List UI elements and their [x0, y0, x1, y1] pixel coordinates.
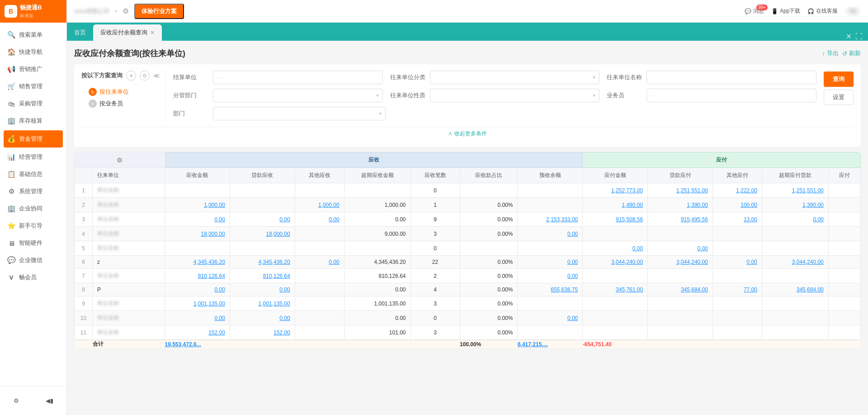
filter-query-col: 查询 设置	[824, 71, 854, 125]
table-cell[interactable]: 0.00	[295, 256, 344, 269]
sidebar-item-ops[interactable]: 📊经营管理	[0, 148, 66, 166]
service-button[interactable]: 🎧 在线客服	[807, 7, 838, 15]
table-cell[interactable]: 0.00	[230, 212, 295, 227]
message-button[interactable]: 💬 消息 99+	[745, 7, 764, 15]
table-cell[interactable]: 0.00	[518, 311, 583, 325]
filter-unitname-input[interactable]	[646, 71, 816, 84]
app-download-button[interactable]: 📱 App下载	[771, 7, 800, 15]
table-cell[interactable]: 0.00	[518, 269, 583, 283]
sidebar-collapse-button[interactable]: ◀▮	[38, 394, 61, 408]
sidebar-item-vip[interactable]: V畅会员	[0, 269, 66, 286]
table-cell[interactable]: 3,044,240.00	[583, 256, 648, 269]
table-cell[interactable]: 152.00	[165, 325, 230, 340]
table-cell[interactable]: 345,684.00	[762, 283, 828, 296]
sidebar-item-quick-nav[interactable]: 🏠快捷导航	[0, 43, 66, 61]
table-cell[interactable]: 18,000.00	[165, 227, 230, 241]
filter-fenguan-input[interactable]: ▾	[213, 89, 383, 102]
sidebar-item-sales[interactable]: 🛒销售管理	[0, 78, 66, 95]
table-cell[interactable]: 3,044,240.00	[648, 256, 713, 269]
table-cell[interactable]: 0.00	[518, 256, 583, 269]
table-cell[interactable]: 13.00	[712, 212, 762, 227]
table-cell[interactable]: 1,251,551.00	[762, 183, 828, 198]
footer-ar-amount[interactable]: 19,553,472.6...	[165, 340, 230, 348]
tab-maximize-icon[interactable]: ⛶	[855, 33, 863, 41]
sidebar-item-wechat[interactable]: 💬企业微信	[0, 252, 66, 269]
sidebar-item-inventory[interactable]: 🏢库存核算	[0, 112, 66, 129]
table-cell[interactable]: 0.00	[165, 212, 230, 227]
filter-dept-input[interactable]: ▾	[213, 107, 386, 120]
table-cell[interactable]: 0.00	[583, 241, 648, 256]
table-cell[interactable]: 1,222.00	[712, 183, 762, 198]
table-cell[interactable]: 655,636.75	[518, 283, 583, 296]
table-cell[interactable]: 2,153,333.00	[518, 212, 583, 227]
sidebar-item-base[interactable]: 📋基础信息	[0, 166, 66, 183]
table-cell[interactable]: 0.00	[762, 212, 828, 227]
filter-salesman-input[interactable]: ···	[646, 89, 816, 102]
table-cell[interactable]: 810,126.64	[165, 269, 230, 283]
table-cell[interactable]: 1,390.00	[762, 198, 828, 212]
filter-add-button[interactable]: +	[126, 71, 136, 81]
table-settings-icon[interactable]: ⚙	[117, 157, 123, 164]
filter-jiesuan-input[interactable]: ···	[213, 71, 383, 84]
table-cell[interactable]: 18,000.00	[230, 227, 295, 241]
table-cell[interactable]: 0.00	[295, 212, 344, 227]
scheme-item-unit[interactable]: ↻ 按往来单位	[85, 86, 160, 98]
table-cell[interactable]: 77.00	[712, 283, 762, 296]
sidebar-item-corp[interactable]: 🏢企业协同	[0, 200, 66, 217]
table-cell[interactable]: 0.00	[518, 227, 583, 241]
table-cell[interactable]: 345,761.00	[583, 283, 648, 296]
tab-close-icon[interactable]: ✕	[150, 29, 155, 36]
filter-fenlei-input[interactable]: ▾	[430, 71, 600, 84]
table-cell[interactable]: 1,001,135.00	[165, 296, 230, 311]
table-cell[interactable]: 3,044,240.00	[762, 256, 828, 269]
table-cell[interactable]: 0.00	[165, 283, 230, 296]
table-cell[interactable]: 1,000.00	[165, 198, 230, 212]
refresh-button[interactable]: ↺ 刷新	[842, 49, 861, 57]
tab-close-window-icon[interactable]: ✕	[846, 32, 852, 41]
table-cell[interactable]: 810,126.64	[230, 269, 295, 283]
table-cell[interactable]: 915,495.56	[648, 212, 713, 227]
user-info[interactable]: Rit	[845, 7, 861, 16]
table-cell[interactable]: 0.00	[712, 256, 762, 269]
table-cell[interactable]: 0.00	[230, 311, 295, 325]
sidebar-item-system[interactable]: ⚙系统管理	[0, 183, 66, 200]
table-cell[interactable]: 1,001,135.00	[230, 296, 295, 311]
table-cell[interactable]: 4,345,436.20	[165, 256, 230, 269]
table-cell	[828, 296, 860, 311]
tab-ar-query[interactable]: 应收应付余额查询 ✕	[93, 24, 162, 41]
promo-button[interactable]: 体验行业方案	[134, 4, 184, 19]
scheme-item-staff[interactable]: ↻ 按业务员	[85, 98, 160, 110]
table-cell[interactable]: 4,345,436.20	[230, 256, 295, 269]
table-cell[interactable]: 100.00	[712, 198, 762, 212]
footer-ar-prepay[interactable]: 6,417,215....	[518, 340, 583, 348]
table-cell[interactable]: 0.00	[165, 311, 230, 325]
filter-unitnature-input[interactable]: ▾	[430, 89, 600, 102]
table-cell: 0.00%	[460, 198, 518, 212]
table-cell[interactable]: 0.00	[230, 283, 295, 296]
table-cell[interactable]: 152.00	[230, 325, 295, 340]
sidebar-item-search[interactable]: 🔍搜索菜单	[0, 26, 66, 43]
tab-home[interactable]: 首页	[67, 24, 93, 41]
sidebar-item-finance[interactable]: 💰资金管理	[4, 130, 63, 148]
table-cell[interactable]: 1,252,773.00	[583, 183, 648, 198]
table-cell[interactable]: 915,508.56	[583, 212, 648, 227]
table-cell[interactable]: 0.00	[648, 241, 713, 256]
sidebar-item-guide[interactable]: ⭐新手引导	[0, 217, 66, 234]
sidebar-item-marketing[interactable]: 📢营销推广	[0, 61, 66, 78]
topbar-gear-icon[interactable]: ⚙	[123, 7, 129, 15]
filter-settings-button[interactable]: ⊙	[140, 71, 150, 81]
table-cell[interactable]: 1,000.00	[295, 198, 344, 212]
sidebar-item-hardware[interactable]: 🖥智能硬件	[0, 234, 66, 252]
table-cell[interactable]: 1,390.00	[648, 198, 713, 212]
query-button[interactable]: 查询	[824, 72, 854, 87]
filter-collapse-button[interactable]: ∧ 收起更多条件	[81, 127, 854, 140]
table-cell[interactable]: 345,684.00	[648, 283, 713, 296]
sidebar-item-purchase[interactable]: 🛍采购管理	[0, 95, 66, 112]
sidebar-settings-button[interactable]: ⚙	[6, 394, 26, 408]
filter-collapse-icon[interactable]: ≪	[153, 72, 160, 79]
table-cell	[828, 269, 860, 283]
table-cell[interactable]: 1,490.00	[583, 198, 648, 212]
export-button[interactable]: ↑ 导出	[822, 49, 839, 57]
setting-button[interactable]: 设置	[824, 90, 854, 105]
table-cell[interactable]: 1,251,551.00	[648, 183, 713, 198]
